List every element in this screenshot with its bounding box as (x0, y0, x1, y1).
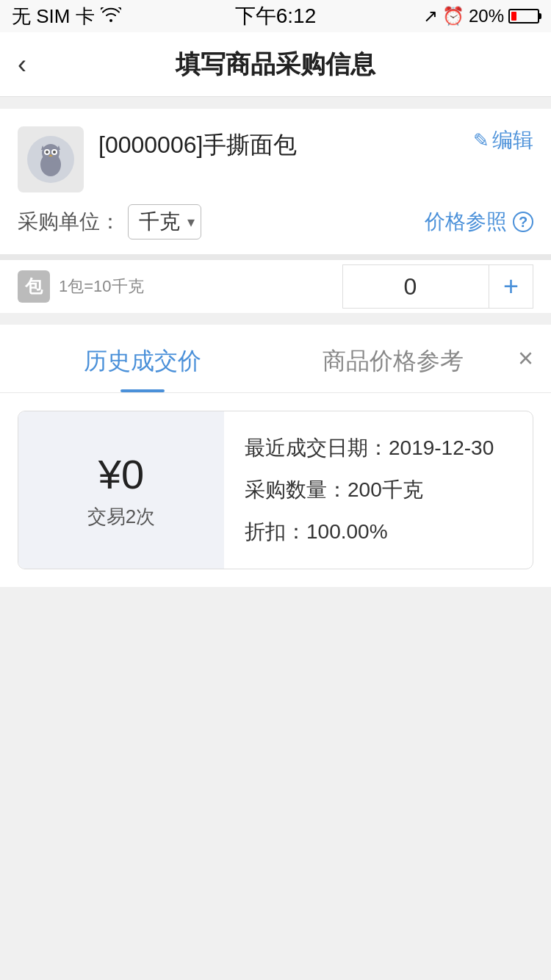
product-unit-row: 采购单位： 千克 价格参照 ? (18, 204, 533, 239)
price-ref-label: 价格参照 (425, 208, 507, 236)
product-name: [0000006]手撕面包 (98, 126, 297, 162)
tab-section: 历史成交价 商品价格参考 × ¥0 交易2次 最近成交日期：2019-12-30 (0, 325, 551, 587)
unit-value: 千克 (139, 208, 180, 236)
price-symbol: ¥ (98, 451, 121, 497)
discount-value: 100.00% (306, 520, 388, 543)
wifi-icon (101, 6, 121, 26)
product-info: [0000006]手撕面包 (98, 126, 297, 162)
price-value: 0 (121, 451, 144, 497)
tab-product-price-ref[interactable]: 商品价格参考 (267, 325, 517, 392)
qty-plus-button[interactable]: + (489, 264, 533, 309)
edit-button[interactable]: ✎ 编辑 (473, 126, 533, 154)
unit-label: 采购单位： 千克 (18, 204, 201, 239)
quantity-value: 200千克 (347, 478, 423, 501)
price-ref-button[interactable]: 价格参照 ? (425, 208, 533, 236)
quantity-input[interactable] (342, 264, 489, 309)
edit-label: 编辑 (492, 126, 533, 154)
svg-point-5 (46, 151, 48, 154)
qty-label: 包 1包=10千克 (18, 270, 144, 303)
product-logo (25, 134, 76, 185)
unit-label-text: 采购单位： (18, 208, 120, 236)
status-left: 无 SIM 卡 (12, 4, 121, 29)
nav-bar: ‹ 填写商品采购信息 (0, 32, 551, 97)
discount-row: 折扣：100.00% (245, 516, 512, 549)
product-card: [0000006]手撕面包 ✎ 编辑 采购单位： 千克 价格参照 ? (0, 109, 551, 254)
package-icon: 包 (18, 270, 50, 303)
tab-header: 历史成交价 商品价格参考 × (0, 325, 551, 393)
price-transactions: 交易2次 (87, 504, 155, 530)
quantity-row: 包 1包=10千克 + (0, 254, 551, 313)
package-ratio: 1包=10千克 (59, 275, 144, 298)
alarm-icon: ⏰ (442, 6, 464, 26)
tab-historical-price[interactable]: 历史成交价 (18, 325, 267, 392)
location-icon: ↗ (423, 6, 438, 26)
main-content: 无 SIM 卡 下午6:12 ↗ ⏰ 20% ‹ 填 (0, 0, 551, 948)
quantity-label: 采购数量： (245, 478, 347, 501)
back-button[interactable]: ‹ (18, 49, 26, 80)
price-amount: ¥0 (98, 450, 144, 498)
recent-date-label: 最近成交日期： (245, 436, 389, 459)
qty-controls: + (342, 264, 533, 309)
discount-label: 折扣： (245, 520, 306, 543)
recent-date-value: 2019-12-30 (389, 436, 494, 459)
tab-close-button[interactable]: × (518, 331, 533, 386)
status-right: ↗ ⏰ 20% (423, 6, 539, 26)
battery-icon (508, 9, 539, 24)
unit-dropdown[interactable]: 千克 (128, 204, 201, 239)
price-card-right: 最近成交日期：2019-12-30 采购数量：200千克 折扣：100.00% (224, 411, 533, 569)
price-card-left: ¥0 交易2次 (18, 411, 224, 569)
status-time: 下午6:12 (235, 2, 317, 30)
svg-point-6 (53, 151, 56, 154)
no-sim-text: 无 SIM 卡 (12, 4, 95, 29)
page-title: 填写商品采购信息 (176, 48, 375, 82)
edit-icon: ✎ (473, 129, 489, 152)
tab-content-historical: ¥0 交易2次 最近成交日期：2019-12-30 采购数量：200千克 折扣：… (0, 393, 551, 587)
product-top: [0000006]手撕面包 ✎ 编辑 (18, 126, 533, 192)
status-bar: 无 SIM 卡 下午6:12 ↗ ⏰ 20% (0, 0, 551, 32)
quantity-row-detail: 采购数量：200千克 (245, 474, 512, 507)
price-card: ¥0 交易2次 最近成交日期：2019-12-30 采购数量：200千克 折扣：… (18, 411, 533, 569)
tab2-label: 商品价格参考 (323, 347, 464, 374)
tab1-label: 历史成交价 (84, 347, 201, 374)
battery-percent: 20% (469, 6, 504, 26)
price-ref-icon: ? (513, 212, 533, 232)
product-image (18, 126, 84, 192)
product-left: [0000006]手撕面包 (18, 126, 297, 192)
recent-date-row: 最近成交日期：2019-12-30 (245, 432, 512, 465)
